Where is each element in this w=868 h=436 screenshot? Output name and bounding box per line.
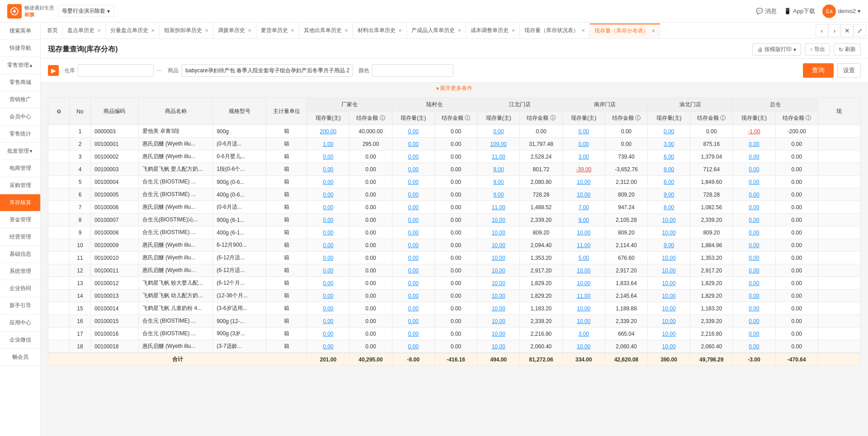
tab-expand-btn[interactable]: ⤢ xyxy=(854,24,866,37)
th-yb-amt: 结存金额 ⓘ xyxy=(690,112,733,125)
industry-selector[interactable]: 母婴行业演示陈套 ▾ xyxy=(58,5,114,17)
tab-close-all-btn[interactable]: ✕ xyxy=(841,24,854,37)
tab-close-3[interactable]: ✕ xyxy=(205,28,208,33)
page-content: 现存量查询(库存分布) 🖨 按模版打印 ▾ ↑ 导出 ↻ 刷新 xyxy=(41,39,868,436)
sidebar-item-15[interactable]: 企业协同 xyxy=(0,280,40,297)
th-settings[interactable]: ⚙ xyxy=(48,98,70,125)
th-lujiazui-warehouse: 陆村仓 xyxy=(392,98,477,112)
tab-close-2[interactable]: ✕ xyxy=(151,28,155,33)
th-tot-inv: 现存量(主) xyxy=(733,112,775,125)
tab-7[interactable]: 材料出库单历史✕ xyxy=(353,23,407,38)
message-icon: 💬 xyxy=(756,8,763,14)
table-row: 3 00100002 惠氏启醚 (Wyeth illu... 0-6月婴儿...… xyxy=(48,150,861,163)
sidebar-item-17[interactable]: 应用中心 xyxy=(0,314,40,332)
sidebar-item-13[interactable]: 基础信息 xyxy=(0,246,40,263)
expand-conditions-btn[interactable]: ▾ 展开更多条件 xyxy=(436,84,472,92)
sidebar-item-18[interactable]: 企业微信 xyxy=(0,332,40,349)
top-bar-right: 💬 消息 📱 App下载 Ea demo2 ▾ xyxy=(756,5,861,18)
top-bar: 畅捷通好生意 标旗 母婴行业演示陈套 ▾ 💬 消息 📱 App下载 Ea dem… xyxy=(0,0,868,23)
color-input[interactable] xyxy=(372,64,453,77)
print-icon: 🖨 xyxy=(757,47,763,53)
tab-8[interactable]: 产成品入库单历史✕ xyxy=(407,23,466,38)
tab-4[interactable]: 调拨单历史✕ xyxy=(213,23,256,38)
th-spec-model: 规格型号 xyxy=(213,98,266,125)
tab-9[interactable]: 成本调整单历史✕ xyxy=(466,23,520,38)
warehouse-dots[interactable]: ··· xyxy=(156,66,162,75)
table-row: 13 00100012 飞鹤星飞帆 较大婴儿配... (6-12个月... 箱 … xyxy=(48,277,861,290)
tab-5[interactable]: 要货单历史✕ xyxy=(256,23,299,38)
th-na-amt: 结存金额 ⓘ xyxy=(605,112,647,125)
export-btn[interactable]: ↑ 导出 xyxy=(805,43,830,56)
tab-11[interactable]: 现存量（库存分布表）✕ xyxy=(590,23,660,38)
app-download-btn[interactable]: 📱 App下载 xyxy=(784,7,815,15)
tab-10[interactable]: 现存量（库存状况表）✕ xyxy=(520,23,590,38)
sidebar-item-11[interactable]: 资金管理 xyxy=(0,211,40,229)
sidebar-item-4[interactable]: 营销推广 xyxy=(0,91,40,108)
table-row: 14 00100013 飞鹤星飞帆 幼儿配方奶... (12-36个月... 箱… xyxy=(48,290,861,302)
sidebar-item-19[interactable]: 畅会员 xyxy=(0,349,40,366)
tab-prev-btn[interactable]: ‹ xyxy=(816,24,828,37)
chevron-icon-2: ▲ xyxy=(29,63,33,68)
th-no: No xyxy=(70,98,91,125)
table-row: 12 00100011 惠氏启醚 (Wyeth illu... (6-12月适.… xyxy=(48,264,861,277)
sidebar: 搜索英单快捷导航零售管理▲零售商城营销推广会员中心零售统计批发管理▼电商管理采购… xyxy=(0,23,41,436)
table-row: 10 00100009 惠氏启醚 (Wyeth illu... 6-12月900… xyxy=(48,239,861,252)
sidebar-item-14[interactable]: 系统管理 xyxy=(0,263,40,280)
sidebar-item-16[interactable]: 新手引导 xyxy=(0,297,40,314)
tab-close-5[interactable]: ✕ xyxy=(291,28,294,33)
message-btn[interactable]: 💬 消息 xyxy=(756,7,777,15)
sidebar-item-8[interactable]: 电商管理 xyxy=(0,160,40,177)
th-product-name: 商品名称 xyxy=(138,98,213,125)
expand-arrow-btn[interactable]: ▶ xyxy=(48,65,59,76)
user-menu[interactable]: Ea demo2 ▾ xyxy=(822,5,861,18)
sidebar-item-10[interactable]: 库存核算 xyxy=(0,194,40,211)
warehouse-input[interactable] xyxy=(78,64,154,77)
table-area[interactable]: ⚙ No 商品编码 商品名称 规格型号 主计量单位 厂家仓 陆村仓 江北门店 南… xyxy=(41,98,868,436)
tab-close-1[interactable]: ✕ xyxy=(97,28,101,33)
sidebar-item-2[interactable]: 零售管理▲ xyxy=(0,57,40,74)
tab-close-8[interactable]: ✕ xyxy=(458,28,461,33)
tab-close-7[interactable]: ✕ xyxy=(398,28,402,33)
settings-btn[interactable]: 设置 xyxy=(837,63,861,78)
tab-close-10[interactable]: ✕ xyxy=(581,28,585,33)
th-lj-amt: 结存金额 ⓘ xyxy=(434,112,477,125)
table-row: 11 00100010 惠氏启醚 (Wyeth illu... (6-12月适.… xyxy=(48,252,861,264)
logo-text: 畅捷通好生意 标旗 xyxy=(24,5,54,18)
sidebar-item-7[interactable]: 批发管理▼ xyxy=(0,143,40,160)
tab-2[interactable]: 分量盘点单历史✕ xyxy=(106,23,160,38)
sidebar-item-9[interactable]: 采购管理 xyxy=(0,177,40,194)
tab-3[interactable]: 组装拆卸单历史✕ xyxy=(160,23,213,38)
th-total-warehouse: 总仓 xyxy=(733,98,818,112)
tab-close-9[interactable]: ✕ xyxy=(511,28,515,33)
tab-close-6[interactable]: ✕ xyxy=(344,28,348,33)
sidebar-item-6[interactable]: 零售统计 xyxy=(0,126,40,143)
refresh-btn[interactable]: ↻ 刷新 xyxy=(834,43,861,56)
tab-1[interactable]: 盘点单历史✕ xyxy=(63,23,106,38)
sidebar-item-3[interactable]: 零售商城 xyxy=(0,74,40,91)
th-lj-inv: 现存量(主) xyxy=(392,112,434,125)
sidebar-item-1[interactable]: 快捷导航 xyxy=(0,40,40,57)
page-title: 现存量查询(库存分布) xyxy=(48,45,118,54)
th-nanan-store: 南岸门店 xyxy=(562,98,647,112)
tab-close-11[interactable]: ✕ xyxy=(651,28,655,33)
th-jb-amt: 结存金额 ⓘ xyxy=(520,112,562,125)
tab-0[interactable]: 首页 xyxy=(42,23,63,38)
table-row: 9 00100008 合生元 (BIOSTIME) ... 400g (6-1.… xyxy=(48,226,861,239)
avatar: Ea xyxy=(822,5,836,18)
expand-row: ▾ 展开更多条件 xyxy=(41,83,868,94)
color-group: 颜色 xyxy=(359,64,453,77)
print-btn[interactable]: 🖨 按模版打印 ▾ xyxy=(752,43,801,56)
top-bar-left: 畅捷通好生意 标旗 母婴行业演示陈套 ▾ xyxy=(7,4,114,19)
chevron-down-icon-user: ▾ xyxy=(858,8,861,14)
table-row: 15 00100014 飞鹤星飞帆 儿童奶粉 4... (3-6岁适用... 箱… xyxy=(48,302,861,315)
sidebar-item-0[interactable]: 搜索英单 xyxy=(0,23,40,40)
tab-6[interactable]: 其他出库单历史✕ xyxy=(299,23,353,38)
sidebar-item-5[interactable]: 会员中心 xyxy=(0,108,40,126)
table-row: 4 00100003 飞鹤星飞帆 婴儿配方奶... 1段(0-6个... 箱 0… xyxy=(48,163,861,176)
refresh-icon: ↻ xyxy=(839,47,843,53)
sidebar-item-12[interactable]: 经营管理 xyxy=(0,229,40,246)
tab-close-4[interactable]: ✕ xyxy=(248,28,251,33)
query-btn[interactable]: 查询 xyxy=(803,63,834,78)
tab-next-btn[interactable]: › xyxy=(828,24,841,37)
product-input[interactable] xyxy=(181,64,353,77)
